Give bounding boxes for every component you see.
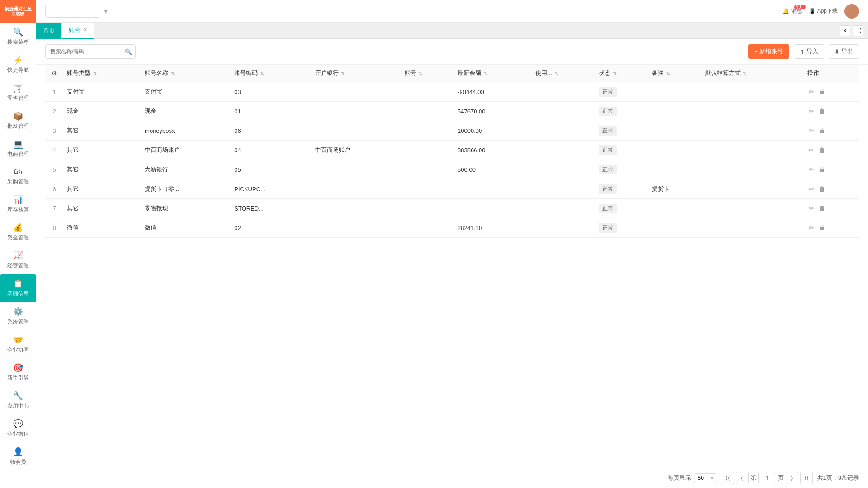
topbar-right: 🔔 消息 99+ 📱 App下载 bbox=[783, 4, 859, 19]
sidebar-item-8[interactable]: 📈经营管理 bbox=[0, 246, 36, 274]
sidebar-label-6: 库存核算 bbox=[7, 206, 29, 214]
export-label: 导出 bbox=[841, 47, 853, 56]
sidebar-item-15[interactable]: 👤畅会员 bbox=[0, 442, 36, 470]
row-code: 05 bbox=[231, 160, 311, 179]
topbar-search-input[interactable] bbox=[45, 5, 99, 18]
row-actions: ✏ 🗑 bbox=[804, 102, 859, 121]
sidebar-item-9[interactable]: 📋基础信息 bbox=[0, 274, 36, 302]
search-icon[interactable]: 🔍 bbox=[125, 48, 132, 55]
sidebar-icon-1: ⚡ bbox=[13, 55, 23, 65]
page-number-input[interactable] bbox=[758, 472, 776, 484]
delete-button[interactable]: 🗑 bbox=[817, 164, 826, 174]
tab-close-icon[interactable]: ✕ bbox=[83, 27, 87, 33]
sidebar-item-13[interactable]: 🔧应用中心 bbox=[0, 386, 36, 414]
row-default-payment bbox=[702, 102, 804, 121]
user-avatar[interactable] bbox=[844, 4, 859, 19]
delete-button[interactable]: 🗑 bbox=[817, 145, 826, 155]
page-first-button[interactable]: ⟨⟨ bbox=[722, 472, 734, 484]
tab-home[interactable]: 首页 bbox=[36, 23, 62, 39]
logo-sub: 乐惠版 bbox=[5, 12, 32, 17]
edit-button[interactable]: ✏ bbox=[807, 106, 816, 116]
messages-button[interactable]: 🔔 消息 99+ bbox=[783, 7, 802, 15]
sidebar-item-7[interactable]: 💰资金管理 bbox=[0, 218, 36, 246]
import-button[interactable]: ⬆ 导入 bbox=[794, 44, 824, 59]
col-status[interactable]: 状态 ⇅ bbox=[595, 65, 648, 82]
page-last-button[interactable]: ⟩⟩ bbox=[800, 472, 813, 484]
edit-button[interactable]: ✏ bbox=[807, 126, 816, 136]
delete-button[interactable]: 🗑 bbox=[817, 184, 826, 194]
page-size-select[interactable]: 50 10 20 100 bbox=[694, 473, 717, 483]
pagination: ⟨⟨ ⟨ 第 页 ⟩ ⟩⟩ bbox=[722, 472, 813, 484]
sidebar-icon-12: 🎯 bbox=[13, 363, 23, 373]
col-name[interactable]: 账号名称 ⇅ bbox=[141, 65, 231, 82]
row-id: 5 bbox=[45, 160, 63, 179]
edit-button[interactable]: ✏ bbox=[807, 184, 816, 194]
col-type[interactable]: 账号类型 ⇅ bbox=[63, 65, 141, 82]
delete-button[interactable]: 🗑 bbox=[817, 126, 826, 136]
sidebar-label-0: 搜索菜单 bbox=[7, 38, 29, 46]
tab-minimize-button[interactable]: ✕ bbox=[840, 25, 850, 36]
sidebar-item-14[interactable]: 💬企业微信 bbox=[0, 414, 36, 442]
row-bank bbox=[311, 160, 401, 179]
row-type: 现金 bbox=[63, 102, 141, 121]
col-default-payment[interactable]: 默认结算方式 ⇅ bbox=[702, 65, 804, 82]
col-settings: ⚙ bbox=[45, 65, 63, 82]
page-size-wrap: 每页显示 50 10 20 100 bbox=[668, 473, 717, 483]
edit-button[interactable]: ✏ bbox=[807, 203, 816, 213]
row-code: 02 bbox=[231, 218, 311, 238]
row-status: 正常 bbox=[595, 179, 648, 199]
col-note[interactable]: 备注 ⇅ bbox=[648, 65, 701, 82]
sidebar-label-14: 企业微信 bbox=[7, 430, 29, 438]
sidebar-item-0[interactable]: 🔍搜索菜单 bbox=[0, 23, 36, 51]
row-id: 2 bbox=[45, 102, 63, 121]
row-balance: 500.00 bbox=[454, 160, 532, 179]
edit-button[interactable]: ✏ bbox=[807, 145, 816, 155]
row-name: 中百商场账户 bbox=[141, 141, 231, 160]
tab-expand-button[interactable]: ⛶ bbox=[853, 25, 863, 36]
row-type: 其它 bbox=[63, 141, 141, 160]
row-account bbox=[401, 102, 454, 121]
topbar-dropdown-icon[interactable]: ▾ bbox=[104, 7, 108, 15]
sidebar-item-4[interactable]: 💻电商管理 bbox=[0, 135, 36, 163]
row-default-payment bbox=[702, 179, 804, 199]
delete-button[interactable]: 🗑 bbox=[817, 106, 826, 116]
col-bank[interactable]: 开户银行 ⇅ bbox=[311, 65, 401, 82]
row-usage bbox=[532, 218, 595, 238]
sidebar-label-9: 基础信息 bbox=[7, 290, 29, 298]
edit-button[interactable]: ✏ bbox=[807, 164, 816, 174]
col-balance[interactable]: 最新余额 ⇅ bbox=[454, 65, 532, 82]
row-status: 正常 bbox=[595, 141, 648, 160]
row-balance: -90444.00 bbox=[454, 82, 532, 102]
sidebar-item-5[interactable]: 🛍采购管理 bbox=[0, 163, 36, 190]
delete-button[interactable]: 🗑 bbox=[817, 223, 826, 233]
sidebar-item-1[interactable]: ⚡快捷导航 bbox=[0, 51, 36, 79]
edit-button[interactable]: ✏ bbox=[807, 223, 816, 233]
sidebar-icon-5: 🛍 bbox=[14, 167, 22, 177]
tab-account[interactable]: 账号 ✕ bbox=[62, 23, 94, 39]
sidebar-item-12[interactable]: 🎯新手引导 bbox=[0, 358, 36, 386]
sidebar-label-10: 系统管理 bbox=[7, 318, 29, 326]
delete-button[interactable]: 🗑 bbox=[817, 87, 826, 97]
sidebar-item-11[interactable]: 🤝企业协同 bbox=[0, 330, 36, 358]
sidebar-label-3: 批发管理 bbox=[7, 122, 29, 130]
row-usage bbox=[532, 141, 595, 160]
page-next-button[interactable]: ⟩ bbox=[786, 472, 798, 484]
add-account-button[interactable]: + 新增账号 bbox=[748, 44, 789, 59]
row-status: 正常 bbox=[595, 199, 648, 218]
sidebar-item-10[interactable]: ⚙️系统管理 bbox=[0, 302, 36, 330]
col-account[interactable]: 账号 ⇅ bbox=[401, 65, 454, 82]
sidebar-item-6[interactable]: 📊库存核算 bbox=[0, 190, 36, 218]
row-actions: ✏ 🗑 bbox=[804, 218, 859, 238]
sidebar-item-2[interactable]: 🛒零售管理 bbox=[0, 79, 36, 107]
edit-button[interactable]: ✏ bbox=[807, 87, 816, 97]
delete-button[interactable]: 🗑 bbox=[817, 203, 826, 213]
sidebar-icon-9: 📋 bbox=[13, 279, 23, 289]
footer: 每页显示 50 10 20 100 ⟨⟨ ⟨ 第 页 ⟩ ⟩⟩ 共1页，8条记录 bbox=[36, 468, 868, 488]
col-usage[interactable]: 使用... ⇅ bbox=[532, 65, 595, 82]
sidebar-item-3[interactable]: 📦批发管理 bbox=[0, 107, 36, 135]
export-button[interactable]: ⬇ 导出 bbox=[829, 44, 859, 59]
col-code[interactable]: 账号编码 ⇅ bbox=[231, 65, 311, 82]
search-input[interactable] bbox=[45, 44, 136, 59]
app-download-button[interactable]: 📱 App下载 bbox=[809, 7, 838, 15]
page-prev-button[interactable]: ⟨ bbox=[736, 472, 749, 484]
